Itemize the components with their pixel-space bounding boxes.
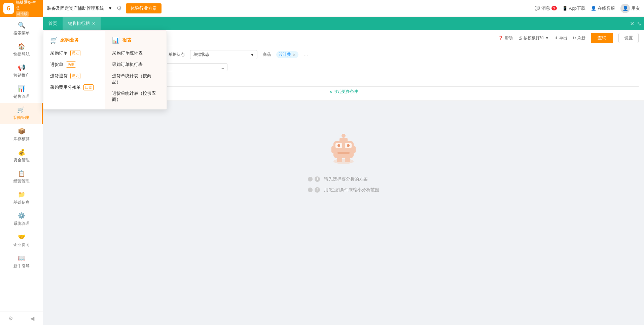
message-icon: 💬 (535, 6, 540, 11)
purchase-dropdown-overlay: 🛒 采购业务 采购订单 历史 进货单 历史 进货退货 历史 采购费用分摊单 历史 (43, 30, 167, 110)
messages-label: 消息 (541, 5, 550, 11)
user-icon: 👤 (622, 6, 628, 11)
guide-nav-icon: 📖 (18, 254, 25, 262)
svg-rect-12 (345, 157, 350, 162)
menu-item-report-3[interactable]: 进货单统计表（按供应商） (105, 88, 167, 105)
svg-rect-7 (339, 138, 348, 142)
history-badge-3: 历史 (83, 84, 94, 90)
history-badge-2: 历史 (70, 73, 80, 79)
home-nav-icon: 🏠 (18, 43, 25, 50)
goods-tag-close[interactable]: ✕ (292, 52, 296, 57)
svg-rect-6 (337, 152, 350, 154)
sidebar-nav: 🔍 搜索菜单 🏠 快捷导航 📢 营销推广 📊 销售管理 🛒 采购管理 📦 库存核… (0, 17, 43, 312)
avatar: 👤 (620, 4, 630, 13)
help-btn[interactable]: ❓ 帮助 (498, 35, 513, 41)
tab-home[interactable]: 首页 (43, 17, 63, 30)
menu-item-purchase-expense[interactable]: 采购费用分摊单 历史 (43, 82, 105, 93)
template-print-btn[interactable]: 🖨 按模板打印 ▼ (518, 35, 549, 41)
purchase-section-icon: 🛒 (50, 37, 58, 44)
sidebar-item-enterprise[interactable]: 🤝 企业协同 (0, 230, 43, 251)
help-icon: ❓ (498, 36, 503, 40)
history-badge-0: 历史 (70, 50, 80, 56)
sidebar-item-purchase[interactable]: 🛒 采购管理 (0, 103, 43, 124)
status-select[interactable]: 单据状态 ▼ (190, 50, 257, 59)
messages-badge: 9 (551, 6, 557, 10)
svg-point-8 (342, 134, 346, 138)
sidebar: 6 畅捷通好生意 标准版 🔍 搜索菜单 🏠 快捷导航 📢 营销推广 📊 销售管理… (0, 0, 43, 325)
empty-state: 1 请先选择要分析的方案 2 用[过滤]条件来缩小分析范围 (43, 101, 644, 221)
sidebar-item-nav[interactable]: 🏠 快捷导航 (0, 39, 43, 60)
purchase-dropdown-menu: 🛒 采购业务 采购订单 历史 进货单 历史 进货退货 历史 采购费用分摊单 历史 (43, 30, 167, 110)
topbar-settings-icon[interactable]: ⚙ (116, 5, 122, 12)
svg-rect-11 (337, 157, 342, 162)
tab-close-icon[interactable]: ✕ (92, 21, 95, 26)
search-nav-icon: 🔍 (18, 22, 25, 29)
empty-illustration (323, 128, 364, 168)
menu-item-report-0[interactable]: 采购订单统计表 (105, 47, 167, 59)
goods-ellipsis[interactable]: … (304, 52, 308, 57)
goods-label: 商品 (263, 52, 271, 57)
svg-rect-9 (331, 146, 334, 153)
topbar: 装备及固定资产辅助管理系统 ▼ ⚙ 体验行业方案 💬 消息 9 📱 App下载 … (43, 0, 644, 17)
phone-icon: 📱 (562, 6, 568, 11)
menu-item-purchase-order[interactable]: 采购订单 历史 (43, 47, 105, 59)
messages-btn[interactable]: 💬 消息 9 (535, 5, 557, 11)
logo-text: 畅捷通好生意 (16, 0, 39, 10)
menu-item-report-2[interactable]: 进货单统计表（按商品） (105, 70, 167, 88)
sidebar-logo: 6 畅捷通好生意 标准版 (0, 0, 43, 17)
enterprise-nav-icon: 🤝 (18, 233, 25, 241)
menu-item-report-1[interactable]: 采购订单执行表 (105, 59, 167, 70)
tab-maximize-icon[interactable]: ⤡ (637, 21, 641, 27)
sidebar-item-operations[interactable]: 📋 经营管理 (0, 166, 43, 188)
export-icon: ⬆ (554, 36, 558, 40)
tab-sales-rank[interactable]: 销售排行榜 ✕ (63, 17, 101, 30)
history-badge-1: 历史 (66, 62, 76, 68)
inventory-nav-icon: 📦 (18, 127, 25, 135)
menu-item-purchase-return[interactable]: 进货退货 历史 (43, 70, 105, 82)
service-icon: 👤 (591, 6, 596, 11)
chevron-down-icon: ▼ (108, 6, 112, 11)
tab-close-all-icon[interactable]: ✕ (630, 21, 634, 27)
set-btn[interactable]: 设置 (618, 33, 639, 43)
svg-point-4 (337, 144, 340, 147)
report-section-header: 📊 报表 (105, 35, 167, 47)
logo-icon: 6 (3, 3, 14, 14)
sidebar-settings-icon[interactable]: ⚙ (8, 315, 13, 322)
topbar-dropdown[interactable]: ▼ (108, 6, 112, 11)
query-btn[interactable]: 查询 (591, 33, 613, 43)
export-btn[interactable]: ⬆ 导出 (554, 35, 567, 41)
user-menu[interactable]: 👤 用友 (620, 4, 640, 13)
sidebar-item-marketing[interactable]: 📢 营销推广 (0, 60, 43, 82)
report-section-icon: 📊 (112, 37, 119, 44)
sales-nav-icon: 📊 (18, 85, 25, 92)
topbar-right: 💬 消息 9 📱 App下载 👤 在线客服 👤 用友 (535, 4, 640, 13)
print-icon: 🖨 (518, 36, 522, 40)
sidebar-item-search[interactable]: 🔍 搜索菜单 (0, 18, 43, 39)
operations-nav-icon: 📋 (18, 170, 25, 177)
tabbar: 首页 销售排行榜 ✕ ✕ ⤡ (43, 17, 644, 30)
sidebar-item-inventory[interactable]: 📦 库存核算 (0, 124, 43, 145)
svg-rect-10 (353, 146, 356, 153)
sidebar-item-finance[interactable]: 💰 资金管理 (0, 145, 43, 166)
purchase-nav-icon: 🛒 (17, 106, 25, 114)
empty-hint-2: 2 用[过滤]条件来缩小分析范围 (308, 186, 379, 194)
marketing-nav-icon: 📢 (18, 64, 25, 71)
sidebar-item-system[interactable]: ⚙️ 系统管理 (0, 209, 43, 230)
sidebar-item-sales[interactable]: 📊 销售管理 (0, 82, 43, 103)
refresh-btn[interactable]: ↻ 刷新 (573, 35, 585, 41)
sidebar-collapse-icon[interactable]: ◀ (30, 315, 34, 322)
goods-tag: 设计费 ✕ (276, 51, 298, 58)
app-download-btn[interactable]: 📱 App下载 (562, 5, 585, 11)
industry-btn[interactable]: 体验行业方案 (126, 3, 162, 13)
online-service-btn[interactable]: 👤 在线客服 (591, 5, 615, 11)
status-label: 单据状态 (169, 52, 185, 57)
staff-select[interactable]: … (160, 63, 227, 71)
logo-tag: 标准版 (16, 11, 29, 17)
purchase-menu-section: 🛒 采购业务 采购订单 历史 进货单 历史 进货退货 历史 采购费用分摊单 历史 (43, 31, 105, 109)
menu-item-purchase-in[interactable]: 进货单 历史 (43, 59, 105, 70)
sidebar-item-guide[interactable]: 📖 新手引导 (0, 251, 43, 272)
topbar-title: 装备及固定资产辅助管理系统 (47, 5, 104, 11)
sidebar-item-basic[interactable]: 📁 基础信息 (0, 188, 43, 209)
refresh-icon: ↻ (573, 36, 576, 40)
tabbar-right: ✕ ⤡ (630, 21, 644, 27)
